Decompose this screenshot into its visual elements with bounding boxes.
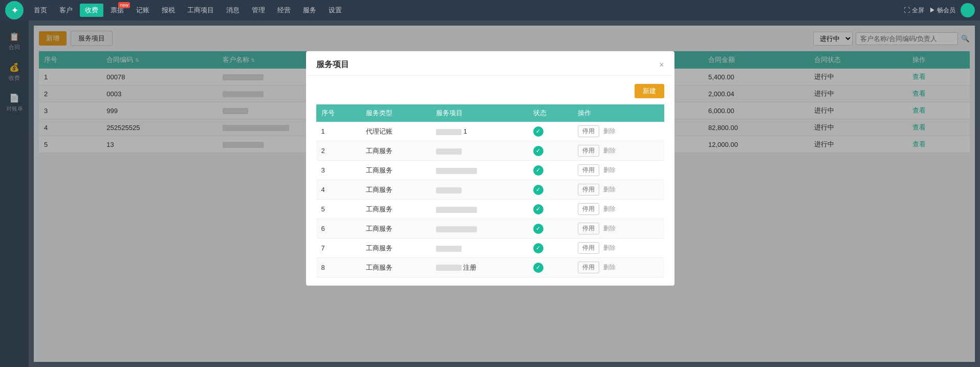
status-check-icon: ✓ bbox=[533, 165, 543, 176]
stop-button[interactable]: 停用 bbox=[578, 262, 599, 273]
modal-table-row: 5 工商服务 ✓ 停用 删除 bbox=[316, 200, 664, 219]
stop-button[interactable]: 停用 bbox=[578, 125, 599, 137]
modal-cell-status: ✓ bbox=[528, 239, 573, 258]
stop-button[interactable]: 停用 bbox=[578, 184, 599, 196]
modal-new-button[interactable]: 新建 bbox=[635, 84, 664, 98]
nav-item-operation[interactable]: 经营 bbox=[272, 4, 296, 17]
modal-cell-seq: 8 bbox=[316, 258, 361, 277]
modal-close-button[interactable]: × bbox=[659, 60, 664, 70]
modal-cell-action: 停用 删除 bbox=[573, 200, 664, 219]
nav-item-tax[interactable]: 报税 bbox=[157, 4, 180, 17]
stop-button[interactable]: 停用 bbox=[578, 223, 599, 234]
service-modal: 服务项目 × 新建 序号 服务类型 服务项目 状态 操作 bbox=[306, 51, 674, 286]
status-check-icon: ✓ bbox=[533, 185, 543, 195]
modal-cell-seq: 1 bbox=[316, 122, 361, 141]
delete-button[interactable]: 删除 bbox=[603, 166, 616, 175]
modal-cell-action: 停用 删除 bbox=[573, 180, 664, 200]
modal-cell-seq: 4 bbox=[316, 180, 361, 200]
nav-item-message[interactable]: 消息 bbox=[221, 4, 245, 17]
nav-item-ledger[interactable]: 记账 bbox=[131, 4, 155, 17]
nav-item-business[interactable]: 工商项目 bbox=[182, 4, 219, 17]
modal-header: 服务项目 × bbox=[306, 51, 674, 76]
modal-cell-item bbox=[431, 239, 528, 258]
stop-button[interactable]: 停用 bbox=[578, 164, 599, 176]
modal-table-row: 3 工商服务 ✓ 停用 删除 bbox=[316, 161, 664, 180]
modal-cell-status: ✓ bbox=[528, 219, 573, 239]
vip-button[interactable]: ▶ 畅会员 bbox=[929, 6, 955, 15]
nav-items: 首页 客户 收费 票据new 记账 报税 工商项目 消息 管理 经营 服务 设置 bbox=[29, 4, 904, 17]
status-check-icon: ✓ bbox=[533, 263, 543, 273]
modal-table-row: 4 工商服务 ✓ 停用 删除 bbox=[316, 180, 664, 200]
stop-button[interactable]: 停用 bbox=[578, 145, 599, 157]
status-check-icon: ✓ bbox=[533, 204, 543, 214]
nav-item-invoice[interactable]: 票据new bbox=[105, 4, 129, 17]
nav-item-fee[interactable]: 收费 bbox=[80, 4, 103, 17]
modal-cell-type: 工商服务 bbox=[361, 141, 431, 161]
modal-cell-seq: 2 bbox=[316, 141, 361, 161]
modal-cell-status: ✓ bbox=[528, 141, 573, 161]
modal-cell-type: 代理记账 bbox=[361, 122, 431, 141]
modal-table-row: 7 工商服务 ✓ 停用 删除 bbox=[316, 239, 664, 258]
modal-cell-seq: 3 bbox=[316, 161, 361, 180]
new-badge: new bbox=[118, 2, 130, 8]
modal-cell-action: 停用 删除 bbox=[573, 239, 664, 258]
delete-button[interactable]: 删除 bbox=[603, 205, 616, 213]
status-check-icon: ✓ bbox=[533, 243, 543, 253]
modal-cell-status: ✓ bbox=[528, 161, 573, 180]
app-logo: ✦ bbox=[5, 1, 24, 19]
modal-cell-seq: 7 bbox=[316, 239, 361, 258]
modal-cell-type: 工商服务 bbox=[361, 200, 431, 219]
modal-col-item: 服务项目 bbox=[431, 104, 528, 122]
modal-col-type: 服务类型 bbox=[361, 104, 431, 122]
modal-cell-type: 工商服务 bbox=[361, 180, 431, 200]
delete-button[interactable]: 删除 bbox=[603, 224, 616, 233]
modal-col-seq: 序号 bbox=[316, 104, 361, 122]
modal-cell-item bbox=[431, 161, 528, 180]
status-check-icon: ✓ bbox=[533, 224, 543, 234]
nav-item-home[interactable]: 首页 bbox=[29, 4, 52, 17]
nav-item-manage[interactable]: 管理 bbox=[247, 4, 270, 17]
modal-cell-seq: 6 bbox=[316, 219, 361, 239]
modal-cell-seq: 5 bbox=[316, 200, 361, 219]
modal-col-action: 操作 bbox=[573, 104, 664, 122]
avatar[interactable] bbox=[961, 3, 975, 17]
nav-item-client[interactable]: 客户 bbox=[54, 4, 78, 17]
modal-cell-status: ✓ bbox=[528, 122, 573, 141]
delete-button[interactable]: 删除 bbox=[603, 244, 616, 252]
nav-item-service[interactable]: 服务 bbox=[298, 4, 321, 17]
fullscreen-button[interactable]: ⛶ 全屏 bbox=[904, 6, 924, 15]
modal-cell-item: 1 bbox=[431, 122, 528, 141]
modal-table-row: 1 代理记账 1 ✓ 停用 删除 bbox=[316, 122, 664, 141]
modal-body: 新建 序号 服务类型 服务项目 状态 操作 1 代理记账 bbox=[306, 76, 674, 286]
modal-cell-item: 注册 bbox=[431, 258, 528, 277]
modal-table: 序号 服务类型 服务项目 状态 操作 1 代理记账 1 ✓ 停用 bbox=[316, 104, 664, 277]
status-check-icon: ✓ bbox=[533, 146, 543, 156]
modal-cell-type: 工商服务 bbox=[361, 239, 431, 258]
modal-table-row: 6 工商服务 ✓ 停用 删除 bbox=[316, 219, 664, 239]
modal-col-status: 状态 bbox=[528, 104, 573, 122]
modal-cell-item bbox=[431, 219, 528, 239]
delete-button[interactable]: 删除 bbox=[603, 146, 616, 155]
stop-button[interactable]: 停用 bbox=[578, 242, 599, 254]
modal-cell-item bbox=[431, 141, 528, 161]
modal-cell-status: ✓ bbox=[528, 258, 573, 277]
delete-button[interactable]: 删除 bbox=[603, 185, 616, 194]
modal-overlay: 服务项目 × 新建 序号 服务类型 服务项目 状态 操作 bbox=[0, 20, 980, 367]
modal-cell-status: ✓ bbox=[528, 180, 573, 200]
modal-cell-action: 停用 删除 bbox=[573, 258, 664, 277]
delete-button[interactable]: 删除 bbox=[603, 127, 616, 136]
modal-toolbar: 新建 bbox=[316, 84, 664, 98]
modal-cell-action: 停用 删除 bbox=[573, 122, 664, 141]
nav-item-settings[interactable]: 设置 bbox=[323, 4, 347, 17]
modal-cell-item bbox=[431, 200, 528, 219]
delete-button[interactable]: 删除 bbox=[603, 263, 616, 272]
modal-cell-item bbox=[431, 180, 528, 200]
modal-cell-type: 工商服务 bbox=[361, 258, 431, 277]
stop-button[interactable]: 停用 bbox=[578, 203, 599, 215]
modal-cell-type: 工商服务 bbox=[361, 219, 431, 239]
modal-cell-action: 停用 删除 bbox=[573, 161, 664, 180]
status-check-icon: ✓ bbox=[533, 126, 543, 137]
top-navigation: ✦ 首页 客户 收费 票据new 记账 报税 工商项目 消息 管理 经营 服务 … bbox=[0, 0, 980, 20]
modal-table-row: 2 工商服务 ✓ 停用 删除 bbox=[316, 141, 664, 161]
modal-cell-action: 停用 删除 bbox=[573, 219, 664, 239]
